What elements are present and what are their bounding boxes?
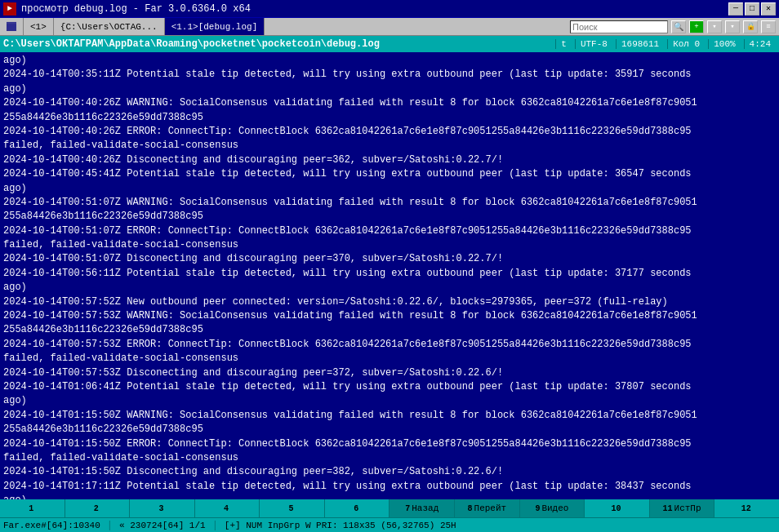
tab-path[interactable]: {C:\Users\OCTAG... (54, 18, 165, 35)
title-bar-left: ► просмотр debug.log - Far 3.0.6364.0 x6… (3, 2, 251, 16)
path-zoom: 100% (708, 39, 740, 49)
app-icon: ► (3, 2, 16, 16)
title-buttons: ─ □ ✕ (728, 2, 776, 16)
title-bar: ► просмотр debug.log - Far 3.0.6364.0 x6… (0, 0, 779, 18)
fkey-2[interactable]: 2 (65, 499, 131, 517)
tab-active[interactable]: <1.1>[debug.log] (165, 18, 265, 35)
status-position: « 230724[64] 1/1 (119, 521, 206, 530)
minimize-button[interactable]: ─ (728, 2, 743, 16)
fkey-5[interactable]: 5 (260, 499, 325, 517)
fkey-bar: 1234567Назад8Перейт9Видео1011ИстПр12 (0, 499, 779, 517)
fkey-11[interactable]: 11ИстПр (650, 499, 715, 517)
log-content[interactable]: ago) 2024-10-14T00:35:11Z Potential stal… (0, 52, 779, 499)
search-bar: 🔍 + ▾ ▾ 🔒 ≡ (567, 18, 779, 35)
toolbar-dropdown-button[interactable]: ▾ (707, 20, 722, 33)
path-bar: C:\Users\ОКТАГРАМ\AppData\Roaming\pocket… (0, 36, 779, 52)
fkey-3[interactable]: 3 (130, 499, 195, 517)
search-button[interactable]: 🔍 (671, 20, 686, 33)
fkey-6[interactable]: 6 (325, 499, 390, 517)
tab-1[interactable]: <1> (24, 18, 54, 35)
path-col-label: Кол 0 (667, 39, 705, 49)
toolbar-settings-button[interactable]: ≡ (761, 20, 776, 33)
status-mode: [+] NUM InpGrp W PRI: 118x35 (56,32765) … (225, 521, 456, 530)
toolbar-add-button[interactable]: + (689, 20, 704, 33)
title-text: просмотр debug.log - Far 3.0.6364.0 x64 (21, 3, 251, 15)
path-size: 1698611 (616, 39, 664, 49)
close-button[interactable]: ✕ (761, 2, 776, 16)
fkey-1[interactable]: 1 (0, 499, 65, 517)
path-encoding: UTF-8 (575, 39, 612, 49)
toolbar-lock-button[interactable]: 🔒 (743, 20, 758, 33)
menu-icon-area[interactable]: ▓▓ (0, 18, 24, 35)
fkey-12[interactable]: 12 (714, 499, 779, 517)
status-bar: Far.exe#[64]:10340 | « 230724[64] 1/1 | … (0, 517, 779, 532)
search-input[interactable] (570, 20, 668, 33)
path-text: C:\Users\ОКТАГРАМ\AppData\Roaming\pocket… (3, 38, 552, 50)
path-time: 4:24 (744, 39, 776, 49)
toolbar-menu-button[interactable]: ▾ (725, 20, 740, 33)
tab-bar: ▓▓ <1> {C:\Users\OCTAG... <1.1>[debug.lo… (0, 18, 779, 36)
fkey-4[interactable]: 4 (195, 499, 260, 517)
fkey-8[interactable]: 8Перейт (455, 499, 520, 517)
maximize-button[interactable]: □ (745, 2, 759, 16)
fkey-7[interactable]: 7Назад (390, 499, 455, 517)
fkey-10[interactable]: 10 (585, 499, 650, 517)
path-t-label: t (555, 39, 572, 49)
fkey-9[interactable]: 9Видео (520, 499, 585, 517)
status-exe: Far.exe#[64]:10340 (3, 521, 100, 530)
